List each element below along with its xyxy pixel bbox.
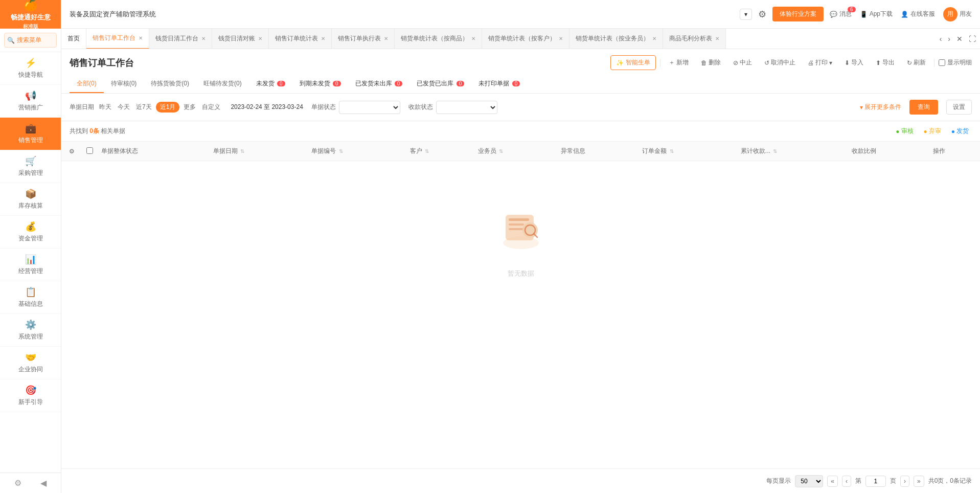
unaudit-button[interactable]: ● 弃审 bbox=[921, 125, 944, 137]
shortcut-last7[interactable]: 近7天 bbox=[134, 102, 154, 113]
tab-cash-reconcile[interactable]: 钱货日清对账 ✕ bbox=[212, 29, 269, 49]
filter-tab-all[interactable]: 全部(0) bbox=[70, 75, 104, 93]
sidebar-item-basic-info[interactable]: 📋 基础信息 bbox=[0, 281, 61, 314]
sidebar-item-quick-nav[interactable]: ⚡ 快捷导航 bbox=[0, 52, 61, 85]
last-page-button[interactable]: » bbox=[914, 476, 924, 487]
tab-home[interactable]: 首页 bbox=[61, 29, 86, 49]
filter-tab-not-shipped-badge: 0 bbox=[277, 81, 285, 86]
filter-tab-shipped-out-badge: 0 bbox=[457, 81, 465, 86]
user-menu-button[interactable]: 用 用友 bbox=[943, 7, 972, 21]
settings-button[interactable]: ⚙ bbox=[14, 478, 21, 488]
filter-tab-pending-check[interactable]: 待拣货验货(0) bbox=[144, 75, 196, 93]
col-customer-sort-icon[interactable]: ⇅ bbox=[425, 148, 429, 154]
show-detail-input[interactable] bbox=[939, 59, 945, 66]
empty-state: 暂无数据 bbox=[61, 161, 980, 319]
tab-sales-exec-close[interactable]: ✕ bbox=[384, 36, 388, 41]
tab-scroll-right[interactable]: › bbox=[946, 34, 952, 44]
tab-sales-workbench-close[interactable]: ✕ bbox=[139, 35, 143, 41]
tab-scroll-left[interactable]: ‹ bbox=[938, 34, 944, 44]
message-button[interactable]: 💬 消息 6 bbox=[830, 10, 852, 18]
query-button[interactable]: 查询 bbox=[909, 100, 938, 115]
refresh-button[interactable]: ↻ 刷新 bbox=[903, 56, 930, 69]
shortcut-more[interactable]: 更多 bbox=[181, 102, 198, 113]
tab-product-margin-close[interactable]: ✕ bbox=[715, 36, 719, 41]
sidebar-item-system[interactable]: ⚙️ 系统管理 bbox=[0, 314, 61, 347]
tab-sales-workbench[interactable]: 销售订单工作台 ✕ bbox=[86, 29, 149, 49]
filter-tab-overdue[interactable]: 到期未发货 0 bbox=[292, 75, 348, 93]
tab-sales-stats-close[interactable]: ✕ bbox=[321, 36, 325, 41]
prev-page-button[interactable]: ‹ bbox=[842, 476, 851, 487]
collapse-button[interactable]: ◀ bbox=[40, 478, 47, 488]
topbar-settings-icon[interactable]: ⚙ bbox=[758, 9, 766, 20]
col-number-sort-icon[interactable]: ⇅ bbox=[339, 148, 343, 154]
filter-tab-shipped-not-out[interactable]: 已发货未出库 0 bbox=[348, 75, 410, 93]
col-amount-sort-icon[interactable]: ⇅ bbox=[670, 148, 674, 154]
receipt-status-select[interactable] bbox=[436, 101, 497, 114]
tab-sales-exec[interactable]: 销售订单执行表 ✕ bbox=[332, 29, 395, 49]
shortcut-custom[interactable]: 自定义 bbox=[200, 102, 222, 113]
tab-summary-product[interactable]: 销货单统计表（按商品） ✕ bbox=[395, 29, 482, 49]
audit-button[interactable]: ● 审核 bbox=[893, 125, 916, 137]
smart-icon: ✨ bbox=[616, 59, 624, 66]
export-button[interactable]: ⬆ 导出 bbox=[872, 56, 899, 69]
shortcut-last1month[interactable]: 近1月 bbox=[156, 102, 180, 113]
filter-tab-pending-review[interactable]: 待审核(0) bbox=[104, 75, 144, 93]
import-button[interactable]: ⬇ 导入 bbox=[840, 56, 868, 69]
tab-cash-daily[interactable]: 钱货日清工作台 ✕ bbox=[149, 29, 212, 49]
deliver-icon: ● bbox=[951, 128, 955, 135]
page-size-select[interactable]: 50 10 20 100 bbox=[795, 475, 823, 487]
tab-sales-stats[interactable]: 销售订单统计表 ✕ bbox=[269, 29, 332, 49]
tab-summary-product-close[interactable]: ✕ bbox=[471, 36, 475, 41]
tab-summary-staff-close[interactable]: ✕ bbox=[652, 36, 656, 41]
filter-tab-shipped-out[interactable]: 已发货已出库 0 bbox=[409, 75, 471, 93]
tab-cash-daily-close[interactable]: ✕ bbox=[201, 36, 206, 41]
date-range-value: 2023-02-24 至 2023-03-24 bbox=[231, 103, 303, 111]
add-button[interactable]: ＋ 新增 bbox=[665, 56, 693, 69]
filter-tab-not-printed[interactable]: 未打印单据 0 bbox=[471, 75, 527, 93]
col-staff-sort-icon[interactable]: ⇅ bbox=[499, 148, 503, 154]
tab-fullscreen[interactable]: ⛶ bbox=[967, 34, 978, 44]
deliver-button[interactable]: ● 发货 bbox=[948, 125, 972, 137]
tab-summary-customer[interactable]: 销货单统计表（按客户） ✕ bbox=[482, 29, 569, 49]
sidebar-search[interactable]: 🔍 搜索菜单 bbox=[0, 29, 61, 52]
col-settings-icon[interactable]: ⚙ bbox=[69, 148, 75, 155]
cancel-stop-button[interactable]: ↺ 取消中止 bbox=[760, 56, 800, 69]
sidebar-item-sales[interactable]: 💼 销售管理 bbox=[0, 118, 61, 150]
tab-cash-reconcile-close[interactable]: ✕ bbox=[258, 36, 262, 41]
sidebar-item-finance[interactable]: 💰 资金管理 bbox=[0, 216, 61, 249]
delete-button[interactable]: 🗑 删除 bbox=[697, 56, 725, 69]
topbar-dropdown[interactable]: ▾ bbox=[740, 9, 752, 20]
sidebar-item-cooperation[interactable]: 🤝 企业协同 bbox=[0, 347, 61, 379]
app-download-button[interactable]: 📱 App下载 bbox=[860, 10, 893, 18]
tab-close-all[interactable]: ✕ bbox=[954, 34, 965, 44]
filter-tab-wangpu[interactable]: 旺铺待发货(0) bbox=[196, 75, 249, 93]
filter-tab-not-shipped[interactable]: 未发货 0 bbox=[249, 75, 292, 93]
shortcut-yesterday[interactable]: 昨天 bbox=[97, 102, 113, 113]
tab-summary-staff[interactable]: 销货单统计表（按业务员） ✕ bbox=[569, 29, 663, 49]
sidebar-item-marketing[interactable]: 📢 营销推广 bbox=[0, 85, 61, 118]
doc-status-select[interactable] bbox=[339, 101, 400, 114]
search-menu-button[interactable]: 🔍 搜索菜单 bbox=[4, 33, 57, 48]
set-button[interactable]: 设置 bbox=[946, 100, 972, 115]
shortcut-today[interactable]: 今天 bbox=[116, 102, 132, 113]
select-all-checkbox[interactable] bbox=[86, 147, 93, 154]
online-service-button[interactable]: 👤 在线客服 bbox=[901, 10, 935, 18]
col-date-sort-icon[interactable]: ⇅ bbox=[240, 148, 244, 154]
print-button[interactable]: 🖨 打印 ▾ bbox=[804, 56, 836, 69]
page-input[interactable] bbox=[865, 476, 886, 487]
topbar-action-button[interactable]: 体验行业方案 bbox=[772, 7, 824, 21]
tab-product-margin[interactable]: 商品毛利分析表 ✕ bbox=[663, 29, 726, 49]
show-detail-checkbox[interactable]: 显示明细 bbox=[939, 58, 972, 67]
sidebar-item-guide[interactable]: 🎯 新手引导 bbox=[0, 379, 61, 412]
smart-create-button[interactable]: ✨ 智能生单 bbox=[610, 55, 656, 70]
stop-button[interactable]: ⊘ 中止 bbox=[729, 56, 756, 69]
tab-summary-customer-close[interactable]: ✕ bbox=[559, 36, 563, 41]
sidebar-item-inventory[interactable]: 📦 库存核算 bbox=[0, 183, 61, 216]
marketing-icon: 📢 bbox=[25, 90, 36, 101]
next-page-button[interactable]: › bbox=[900, 476, 909, 487]
expand-conditions-button[interactable]: ▾ 展开更多条件 bbox=[860, 103, 901, 111]
col-received-sort-icon[interactable]: ⇅ bbox=[773, 148, 777, 154]
sidebar-item-operations[interactable]: 📊 经营管理 bbox=[0, 249, 61, 281]
first-page-button[interactable]: « bbox=[827, 476, 838, 487]
sidebar-item-purchase[interactable]: 🛒 采购管理 bbox=[0, 150, 61, 183]
